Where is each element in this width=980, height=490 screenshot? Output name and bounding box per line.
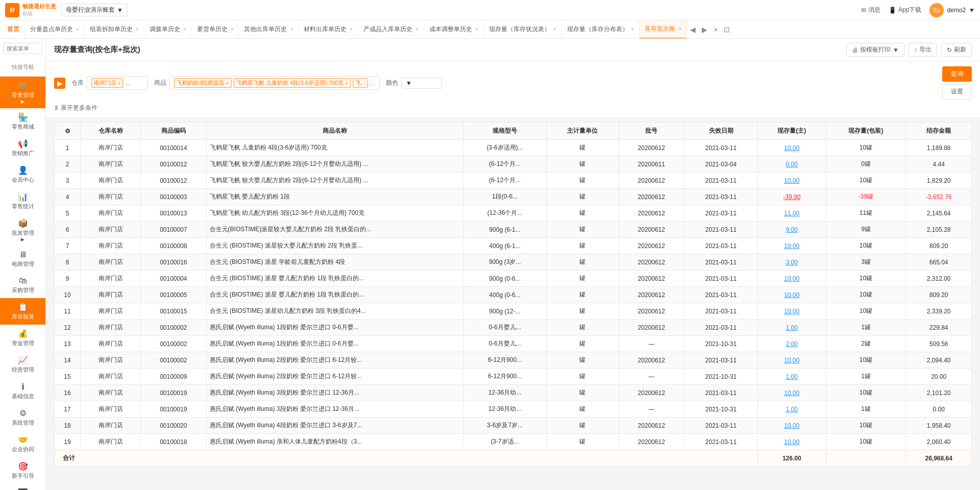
product-filter-tags[interactable]: 飞鹤奶粉3段两提装 × 飞鹤星飞帆 儿童奶粉 4段(3-6岁适用) 700克 ×… — [169, 76, 380, 90]
sidebar-item-inventory[interactable]: 📋 库存核算 — [0, 298, 45, 325]
table-row: 9 南岸门店 00100004 合生元 (BIOSTIME) 派星 婴儿配方奶粉… — [55, 271, 972, 287]
cell-qty[interactable]: 1.00 — [758, 320, 826, 336]
tab-close-icon[interactable]: × — [76, 27, 79, 32]
tab-close-icon[interactable]: × — [678, 26, 681, 32]
cell-qty[interactable]: 10.00 — [758, 140, 826, 156]
message-button[interactable]: ✉ 消息 — [861, 6, 880, 14]
cell-expire: 2021-03-11 — [684, 189, 758, 205]
sidebar-item-members[interactable]: 👤 会员中心 — [0, 161, 45, 188]
tab-qitachu[interactable]: 其他出库单历史 × — [239, 20, 299, 39]
tab-close-icon[interactable]: × — [631, 27, 634, 32]
tab-right-nav[interactable]: ▶ — [699, 26, 710, 34]
tab-close-icon[interactable]: × — [475, 27, 478, 32]
sidebar-item-finance[interactable]: 💰 资金管理 — [0, 325, 45, 351]
filter-expand-button[interactable]: ▶ — [54, 78, 65, 89]
user-chevron-icon: ▼ — [969, 7, 975, 14]
tab-fenpan[interactable]: 分量盘点单历史 × — [25, 20, 85, 39]
cell-qty[interactable]: 1.00 — [758, 369, 826, 385]
cell-expire: 2021-03-11 — [684, 320, 758, 336]
tab-close-icon[interactable]: × — [231, 27, 234, 32]
cell-qty[interactable]: 10.00 — [758, 385, 826, 401]
tag-close-icon[interactable]: × — [117, 80, 120, 86]
sidebar-item-app-center[interactable]: 🔲 应用中心 — [0, 484, 45, 490]
cell-code: 00100004 — [141, 271, 207, 287]
cell-qty[interactable]: 2.00 — [758, 336, 826, 352]
tab-left-nav[interactable]: ◀ — [687, 26, 699, 34]
cell-qty-pkg: 3罐 — [826, 254, 906, 271]
sidebar-item-ecommerce[interactable]: 🖥 电商管理 — [0, 246, 45, 272]
filter-more-dots[interactable]: ... — [125, 80, 130, 87]
cell-qty[interactable]: 1.00 — [758, 401, 826, 418]
export-button[interactable]: ↑ 导出 — [909, 43, 937, 57]
tab-close-icon[interactable]: × — [136, 27, 139, 32]
cell-amount: 0.00 — [906, 401, 972, 418]
col-settings[interactable]: ⚙ — [55, 122, 81, 140]
cell-qty[interactable]: 10.00 — [758, 173, 826, 189]
tab-close-icon[interactable]: × — [350, 27, 353, 32]
cell-qty[interactable]: 10.00 — [758, 418, 826, 434]
tab-chanchenpin[interactable]: 产成品入库单历史 × — [358, 20, 424, 39]
product-more-dots[interactable]: ... — [370, 80, 375, 87]
app-download-button[interactable]: 📱 App下载 — [889, 6, 921, 14]
marketing-icon: 📢 — [18, 139, 28, 149]
query-button[interactable]: 查询 — [942, 66, 972, 82]
sidebar-item-purchase[interactable]: 🛍 采购管理 — [0, 272, 45, 298]
tab-chengben[interactable]: 成本调整单历史 × — [424, 20, 484, 39]
cell-qty[interactable]: 10.00 — [758, 271, 826, 287]
color-filter-input[interactable]: ▼ — [401, 78, 442, 89]
user-area[interactable]: Ea demo2 ▼ — [929, 3, 975, 17]
product-tag-close-1[interactable]: × — [226, 80, 229, 86]
tab-kucunzhuang[interactable]: 现存量（库存状况表） × — [484, 20, 562, 39]
cell-qty[interactable]: 10.00 — [758, 287, 826, 303]
industry-select[interactable]: 母婴行业演示账套 ▼ — [61, 4, 128, 16]
product-tag-close-2[interactable]: × — [345, 80, 348, 86]
top-bar: 好 畅捷通好生意 标版 母婴行业演示账套 ▼ ✉ 消息 📱 App下载 Ea d… — [0, 0, 980, 20]
refresh-button[interactable]: ↻ 刷新 — [941, 43, 972, 57]
tab-kucunfen[interactable]: 现存量（库存分布表） × — [562, 20, 640, 39]
expand-more-filters[interactable]: ⊼ 展开更多条件 — [54, 104, 972, 112]
sidebar-item-retail-mgmt[interactable]: 🛒 零售管理 ▶ — [0, 77, 45, 108]
tab-zuche[interactable]: 组装拆卸单历史 × — [85, 20, 144, 39]
sidebar-item-operations[interactable]: 📈 经营管理 — [0, 351, 45, 378]
sidebar-item-system[interactable]: ⚙ 系统管理 — [0, 404, 45, 431]
finance-icon: 💰 — [18, 329, 28, 338]
tab-close-all[interactable]: × — [710, 26, 721, 34]
settings-button[interactable]: 设置 — [942, 84, 972, 100]
sidebar-item-guide[interactable]: 🎯 新手引导 — [0, 457, 45, 484]
tab-more[interactable]: ⊡ — [721, 26, 733, 34]
tab-cailiao[interactable]: 材料出库单历史 × — [299, 20, 358, 39]
tab-kucunpici[interactable]: 库存批次账 × — [640, 20, 687, 39]
download-icon: 📱 — [889, 7, 896, 14]
sidebar-item-retail-stats[interactable]: 📊 零售统计 — [0, 188, 45, 214]
cell-batch: 20200612 — [619, 254, 684, 271]
cell-name: 合生元 (BIOSTIME) 派星较大婴儿配方奶粉 2段 乳铁蛋... — [206, 238, 463, 254]
cell-spec: 6-12月900... — [463, 369, 546, 385]
cell-qty[interactable]: 10.00 — [758, 238, 826, 254]
tab-close-icon[interactable]: × — [290, 27, 293, 32]
tab-tiaobo[interactable]: 调拨单历史 × — [144, 20, 192, 39]
sidebar-item-wholesale[interactable]: 📦 批发管理 ▶ — [0, 214, 45, 246]
cell-qty[interactable]: 0.00 — [758, 156, 826, 173]
cell-qty[interactable]: 10.00 — [758, 352, 826, 369]
cell-warehouse: 南岸门店 — [81, 173, 141, 189]
cell-qty[interactable]: 10.00 — [758, 434, 826, 450]
sidebar-item-retail-mall[interactable]: 🏪 零售商城 — [0, 108, 45, 135]
cell-qty[interactable]: 10.00 — [758, 303, 826, 320]
tab-close-icon[interactable]: × — [553, 27, 556, 32]
cell-qty[interactable]: 11.00 — [758, 205, 826, 222]
cell-qty[interactable]: 3.00 — [758, 254, 826, 271]
sidebar-item-basic-info[interactable]: ℹ 基础信息 — [0, 378, 45, 404]
tab-home[interactable]: 首页 — [2, 20, 25, 39]
cell-qty-pkg: 10罐 — [826, 303, 906, 320]
print-button[interactable]: 🖨 按模板打印 ▼ — [846, 43, 904, 57]
search-input[interactable] — [3, 43, 42, 54]
sidebar-item-marketing[interactable]: 📢 营销推广 — [0, 135, 45, 161]
cell-qty[interactable]: 9.00 — [758, 222, 826, 238]
tab-close-icon[interactable]: × — [183, 27, 186, 32]
sidebar-item-enterprise[interactable]: 🤝 企业协同 — [0, 431, 45, 457]
warehouse-filter-tags[interactable]: 南岸门店 × ... — [87, 76, 148, 90]
avatar: Ea — [929, 3, 944, 17]
cell-qty[interactable]: -39.00 — [758, 189, 826, 205]
tab-yaohuo[interactable]: 要货单历史 × — [192, 20, 239, 39]
tab-close-icon[interactable]: × — [415, 27, 419, 32]
